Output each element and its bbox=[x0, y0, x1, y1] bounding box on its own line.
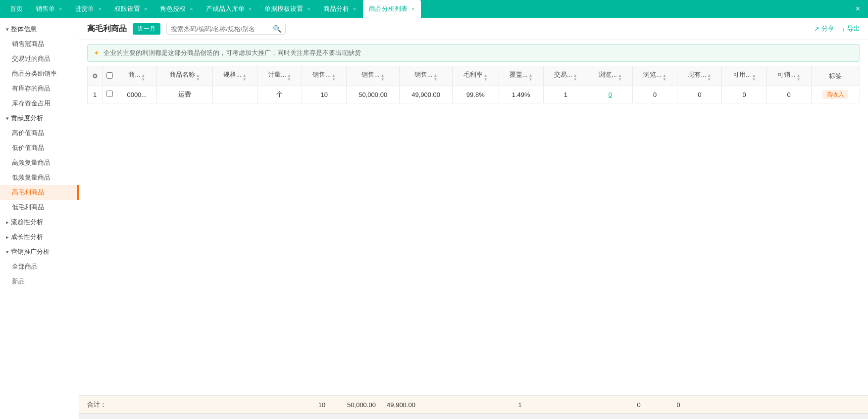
col-header-gross-margin[interactable]: 毛利率▲▼ bbox=[453, 66, 499, 86]
sidebar-group-trend-analysis[interactable]: ▸流趋性分析 bbox=[0, 215, 79, 230]
col-header-current-qty[interactable]: 现有...▲▼ bbox=[677, 66, 722, 86]
search-input[interactable] bbox=[171, 25, 270, 33]
top-nav: 首页销售单×进货单×权限设置×角色授权×产成品入库单×单据模板设置×商品分析×商… bbox=[0, 0, 868, 18]
footer-available-qty: 0 bbox=[659, 401, 698, 409]
sidebar-group-growth-analysis[interactable]: ▸成长性分析 bbox=[0, 230, 79, 244]
sidebar-item-new-products[interactable]: 新品 bbox=[0, 274, 79, 289]
col-header-sales-qty[interactable]: 销售...▲▼ bbox=[302, 66, 347, 86]
sort-icon-current-qty: ▲▼ bbox=[707, 74, 711, 82]
nav-close-product-analysis[interactable]: × bbox=[353, 6, 356, 12]
col-header-unit[interactable]: 计量...▲▼ bbox=[257, 66, 302, 86]
sidebar-group-marketing-analysis[interactable]: ▾营销推广分析 bbox=[0, 244, 79, 259]
col-header-transaction[interactable]: 交易...▲▼ bbox=[543, 66, 588, 86]
sidebar-item-in-stock[interactable]: 有库存的商品 bbox=[0, 81, 79, 96]
header-actions: ↗ 分享 ↓ 导出 bbox=[814, 24, 861, 33]
col-header-browse2[interactable]: 浏览...▲▼ bbox=[633, 66, 677, 86]
sidebar-group-label-growth-analysis: 成长性分析 bbox=[11, 233, 43, 241]
nav-item-purchase-order[interactable]: 进货单× bbox=[69, 0, 107, 18]
select-all-checkbox[interactable] bbox=[106, 72, 113, 79]
nav-item-permission-settings[interactable]: 权限设置× bbox=[108, 0, 153, 18]
sort-icon-sales-profit: ▲▼ bbox=[434, 74, 438, 82]
footer-spec bbox=[238, 401, 272, 409]
col-header-saleable-qty[interactable]: 可销...▲▼ bbox=[766, 66, 811, 86]
row-spec bbox=[212, 86, 257, 103]
table-container[interactable]: ⚙商...▲▼商品名称▲▼规格...▲▼计量...▲▼销售...▲▼销售...▲… bbox=[79, 66, 868, 395]
col-header-name[interactable]: 商品名称▲▼ bbox=[156, 66, 212, 86]
info-banner: ✦ 企业的主要的利润都是这部分商品创造的，可考虑加大推广，同时关注库存是不要出现… bbox=[87, 44, 860, 62]
nav-item-product-analysis[interactable]: 商品分析× bbox=[317, 0, 362, 18]
browse-link[interactable]: 0 bbox=[609, 91, 612, 98]
search-box: 🔍 bbox=[166, 23, 286, 35]
row-transaction: 1 bbox=[543, 86, 588, 103]
col-header-available-qty[interactable]: 可用...▲▼ bbox=[722, 66, 766, 86]
sidebar-item-low-freq[interactable]: 低频复量商品 bbox=[0, 170, 79, 185]
nav-item-role-permission[interactable]: 角色授权× bbox=[154, 0, 199, 18]
col-header-sales-profit[interactable]: 销售...▲▼ bbox=[400, 66, 453, 86]
sidebar-group-profit-analysis[interactable]: ▾贡献度分析 bbox=[0, 111, 79, 126]
nav-close-sales-order[interactable]: × bbox=[59, 6, 62, 12]
row-browse1[interactable]: 0 bbox=[588, 86, 632, 103]
horizontal-scrollbar[interactable] bbox=[79, 413, 868, 419]
col-header-browse1[interactable]: 浏览...▲▼ bbox=[588, 66, 632, 86]
nav-item-sales-order[interactable]: 销售单× bbox=[30, 0, 68, 18]
row-checkbox[interactable] bbox=[102, 86, 117, 103]
nav-close-role-permission[interactable]: × bbox=[190, 6, 193, 12]
nav-item-home[interactable]: 首页 bbox=[4, 0, 29, 18]
sort-icon-name: ▲▼ bbox=[196, 74, 200, 82]
main-layout: ▾整体信息销售冠商品交易过的商品商品分类助销率有库存的商品库存资金占用▾贡献度分… bbox=[0, 18, 868, 419]
search-icon[interactable]: 🔍 bbox=[273, 25, 281, 33]
nav-close-order-template[interactable]: × bbox=[307, 6, 310, 12]
row-select-checkbox[interactable] bbox=[106, 91, 113, 97]
nav-close-purchase-order[interactable]: × bbox=[98, 6, 101, 12]
sidebar-item-high-freq[interactable]: 高频复量商品 bbox=[0, 155, 79, 170]
row-num: 1 bbox=[88, 86, 102, 103]
sidebar-item-all-products[interactable]: 全部商品 bbox=[0, 259, 79, 274]
footer-unit bbox=[272, 401, 302, 409]
sort-icon-browse2: ▲▼ bbox=[663, 74, 666, 82]
table-row: 10000...运费个1050,000.0049,900.0099.8%1.49… bbox=[88, 86, 860, 103]
sidebar-item-low-margin[interactable]: 低毛利商品 bbox=[0, 200, 79, 215]
nav-close-permission-settings[interactable]: × bbox=[144, 6, 147, 12]
footer-coverage bbox=[460, 401, 500, 409]
row-browse2: 0 bbox=[633, 86, 677, 103]
nav-close-product-analysis-list[interactable]: × bbox=[411, 6, 414, 12]
page-title: 高毛利商品 bbox=[87, 24, 127, 34]
sidebar-group-overall-info[interactable]: ▾整体信息 bbox=[0, 22, 79, 37]
content-area: 高毛利商品 近一月 🔍 ↗ 分享 ↓ 导出 ✦ 企业的主要的利润都是这部分商品创… bbox=[79, 18, 868, 419]
footer-transaction: 1 bbox=[500, 401, 540, 409]
col-header-spec[interactable]: 规格...▲▼ bbox=[212, 66, 257, 86]
footer-name bbox=[178, 401, 238, 409]
sidebar-item-sales-best[interactable]: 销售冠商品 bbox=[0, 37, 79, 51]
row-saleable-qty: 0 bbox=[766, 86, 811, 103]
footer-gross-margin bbox=[421, 401, 460, 409]
export-button[interactable]: ↓ 导出 bbox=[842, 24, 861, 33]
col-header-code[interactable]: 商...▲▼ bbox=[117, 66, 157, 86]
nav-item-product-analysis-list[interactable]: 商品分析列表× bbox=[363, 0, 420, 18]
sort-icon-coverage: ▲▼ bbox=[529, 74, 533, 82]
period-button[interactable]: 近一月 bbox=[133, 23, 160, 35]
sidebar-item-traded[interactable]: 交易过的商品 bbox=[0, 51, 79, 66]
footer-code bbox=[144, 401, 178, 409]
row-sales-profit: 49,900.00 bbox=[400, 86, 453, 103]
col-header-sales-amount[interactable]: 销售...▲▼ bbox=[347, 66, 400, 86]
close-all-tabs-button[interactable]: × bbox=[852, 4, 864, 13]
row-name: 运费 bbox=[156, 86, 212, 103]
col-header-coverage[interactable]: 覆盖...▲▼ bbox=[499, 66, 543, 86]
export-icon: ↓ bbox=[842, 25, 846, 33]
arrow-down-icon: ▾ bbox=[6, 26, 9, 33]
sidebar-item-capital-usage[interactable]: 库存资金占用 bbox=[0, 96, 79, 111]
sidebar-item-product-contribution[interactable]: 商品分类助销率 bbox=[0, 66, 79, 81]
product-tag: 高收入 bbox=[822, 90, 848, 99]
sort-icon-transaction: ▲▼ bbox=[573, 74, 577, 82]
sidebar-item-low-value[interactable]: 低价值商品 bbox=[0, 140, 79, 155]
nav-item-product-entry[interactable]: 产成品入库单× bbox=[200, 0, 257, 18]
sidebar-group-label-trend-analysis: 流趋性分析 bbox=[11, 218, 43, 227]
nav-item-order-template[interactable]: 单据模板设置× bbox=[258, 0, 316, 18]
share-button[interactable]: ↗ 分享 bbox=[814, 24, 834, 33]
sidebar-item-high-value[interactable]: 高价值商品 bbox=[0, 126, 79, 140]
footer-saleable-qty bbox=[698, 401, 738, 409]
nav-close-product-entry[interactable]: × bbox=[249, 6, 252, 12]
sort-icon-sales-amount: ▲▼ bbox=[381, 74, 385, 82]
row-available-qty: 0 bbox=[722, 86, 766, 103]
sidebar-item-high-margin[interactable]: 高毛利商品 bbox=[0, 185, 79, 200]
